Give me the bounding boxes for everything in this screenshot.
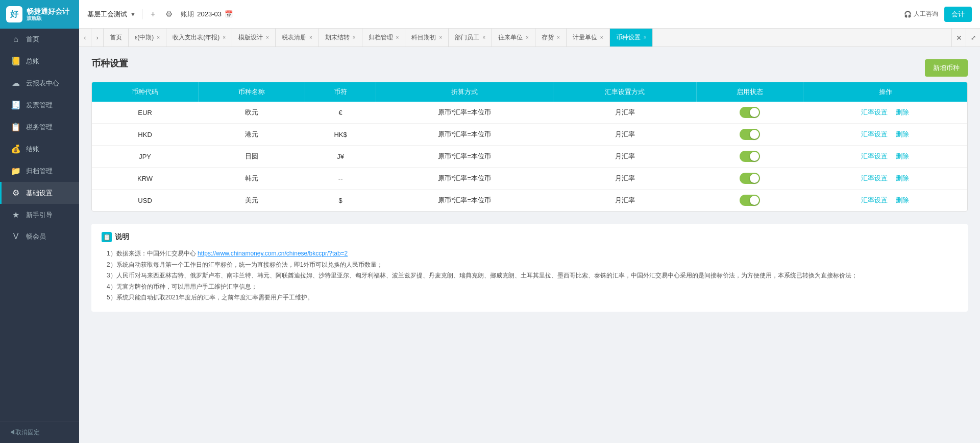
sidebar-item-settings[interactable]: ⚙基础设置 (0, 182, 79, 204)
table-row: EUR欧元€原币*汇率=本位币月汇率汇率设置删除 (92, 102, 967, 124)
rate-setting-link[interactable]: 汇率设置 (861, 130, 888, 138)
sidebar-item-archive[interactable]: 📁归档管理 (0, 160, 79, 182)
tab-close-measure[interactable]: × (600, 35, 603, 40)
closing-icon: 💰 (11, 144, 21, 154)
enabled-toggle[interactable] (740, 195, 760, 206)
sidebar-item-tax[interactable]: 📋税务管理 (0, 116, 79, 138)
tab-inventory[interactable]: 存货 × (535, 29, 567, 46)
delete-link[interactable]: 删除 (896, 108, 909, 116)
tab-next-button[interactable]: › (91, 29, 104, 47)
tab-close-inventory[interactable]: × (557, 35, 560, 40)
tab-income[interactable]: 收入支出表(年报) × (166, 29, 232, 46)
rate-setting-link[interactable]: 汇率设置 (861, 196, 888, 204)
enabled-toggle[interactable] (740, 107, 760, 118)
tab-close-subjects[interactable]: × (439, 35, 442, 40)
note-item-2: 2）系统自动获取每月第一个工作日的汇率标价，统一为直接标价法，即1外币可以兑换的… (102, 260, 958, 271)
sidebar-pin-toggle[interactable]: ◀取消固定 (0, 422, 79, 443)
tab-prev-button[interactable]: ‹ (79, 29, 91, 47)
tab-close-units[interactable]: × (526, 35, 529, 40)
project-name: 基层工会测试 (87, 10, 127, 19)
tab-close-template[interactable]: × (266, 35, 269, 40)
sidebar-item-closing[interactable]: 💰结账 (0, 138, 79, 160)
table-cell: HKD (92, 124, 198, 146)
action-cell: 汇率设置删除 (803, 102, 967, 124)
sidebar-item-home[interactable]: ⌂首页 (0, 29, 79, 50)
table-cell: 日圆 (198, 146, 305, 168)
tab-period-end[interactable]: 期末结转 × (319, 29, 362, 46)
rate-setting-link[interactable]: 汇率设置 (861, 108, 888, 116)
project-selector[interactable]: 基层工会测试 ▼ (87, 10, 136, 19)
chinamoney-link[interactable]: https://www.chinamoney.com.cn/chinese/bk… (198, 250, 348, 257)
tab-archive[interactable]: 归档管理 × (362, 29, 406, 46)
close-all-tabs-button[interactable]: ✕ (951, 29, 966, 47)
tab-tax[interactable]: 税表清册 × (276, 29, 319, 46)
enabled-toggle[interactable] (740, 151, 760, 162)
settings-icon: ⚙ (11, 188, 21, 198)
logo-sub-text: 旗舰版 (27, 15, 69, 21)
sidebar-item-reports[interactable]: ☁云报表中心 (0, 72, 79, 94)
project-dropdown-icon: ▼ (130, 11, 136, 17)
delete-link[interactable]: 删除 (896, 174, 909, 182)
rate-setting-link[interactable]: 汇率设置 (861, 152, 888, 160)
tab-measure[interactable]: 计量单位 × (567, 29, 610, 46)
tax-icon: 📋 (11, 122, 21, 132)
sidebar-label-member: 畅会员 (26, 232, 46, 241)
table-cell: 原币*汇率=本位币 (376, 102, 553, 124)
col-header: 币种代码 (92, 82, 198, 102)
tab-close-dept[interactable]: × (482, 35, 485, 40)
tab-subjects[interactable]: 科目期初 × (405, 29, 449, 46)
sidebar-item-member[interactable]: V畅会员 (0, 226, 79, 247)
enabled-toggle[interactable] (740, 173, 760, 184)
table-cell: 月汇率 (553, 168, 696, 190)
tab-close-tax[interactable]: × (309, 35, 312, 40)
table-cell: € (305, 102, 376, 124)
delete-link[interactable]: 删除 (896, 196, 909, 204)
sidebar-item-ledger[interactable]: 📒总账 (0, 50, 79, 72)
tab-close-period[interactable]: × (157, 35, 160, 40)
tab-units[interactable]: 往来单位 × (492, 29, 535, 46)
table-cell: 韩元 (198, 168, 305, 190)
expand-button[interactable]: ⤢ (966, 29, 980, 47)
tab-label-currency: 币种设置 (616, 33, 641, 42)
tab-template[interactable]: 模版设计 × (232, 29, 276, 46)
table-cell: $ (305, 190, 376, 212)
delete-link[interactable]: 删除 (896, 152, 909, 160)
table-cell: J¥ (305, 146, 376, 168)
currency-table-wrapper: 币种代码币种名称币符折算方式汇率设置方式启用状态操作 EUR欧元€原币*汇率=本… (91, 82, 968, 212)
tab-home[interactable]: 首页 (104, 29, 129, 46)
table-row: JPY日圆J¥原币*汇率=本位币月汇率汇率设置删除 (92, 146, 967, 168)
rate-setting-link[interactable]: 汇率设置 (861, 174, 888, 182)
tab-close-income[interactable]: × (223, 35, 226, 40)
account-button[interactable]: 会计 (944, 7, 972, 22)
tab-close-currency[interactable]: × (644, 35, 647, 40)
tab-close-period-end[interactable]: × (353, 35, 356, 40)
tab-dept[interactable]: 部门员工 × (449, 29, 492, 46)
sidebar-label-closing: 结账 (26, 145, 39, 154)
calendar-icon[interactable]: 📅 (225, 10, 233, 18)
content-area: 币种设置 新增币种 币种代码币种名称币符折算方式汇率设置方式启用状态操作 EUR… (79, 47, 980, 443)
tab-close-archive[interactable]: × (396, 35, 399, 40)
col-header: 折算方式 (376, 82, 553, 102)
col-header: 汇率设置方式 (553, 82, 696, 102)
enabled-toggle[interactable] (740, 129, 760, 140)
note-icon: 📋 (102, 232, 112, 242)
page-title: 币种设置 (91, 57, 968, 69)
tab-period[interactable]: ε(中期) × (129, 29, 166, 46)
main-area: 基层工会测试 ▼ + ⚙ 账期 2023-03 📅 🎧 人工咨询 会计 ‹ › … (79, 0, 980, 443)
tab-label-period: ε(中期) (135, 33, 154, 42)
delete-link[interactable]: 删除 (896, 130, 909, 138)
sidebar-nav: ⌂首页📒总账☁云报表中心🧾发票管理📋税务管理💰结账📁归档管理⚙基础设置★新手引导… (0, 29, 79, 422)
table-row: KRW韩元--原币*汇率=本位币月汇率汇率设置删除 (92, 168, 967, 190)
sidebar-label-archive: 归档管理 (26, 167, 53, 176)
sidebar-item-invoice[interactable]: 🧾发票管理 (0, 94, 79, 116)
table-cell: JPY (92, 146, 198, 168)
tab-currency[interactable]: 币种设置 × (610, 29, 653, 46)
topbar-settings-button[interactable]: ⚙ (163, 7, 175, 21)
enabled-cell (696, 124, 803, 146)
help-button[interactable]: 🎧 人工咨询 (904, 10, 938, 18)
new-currency-button[interactable]: 新增币种 (925, 59, 968, 77)
table-cell: 原币*汇率=本位币 (376, 146, 553, 168)
tab-label-units: 往来单位 (498, 33, 523, 42)
add-tab-button[interactable]: + (149, 8, 157, 21)
sidebar-item-guide[interactable]: ★新手引导 (0, 204, 79, 226)
